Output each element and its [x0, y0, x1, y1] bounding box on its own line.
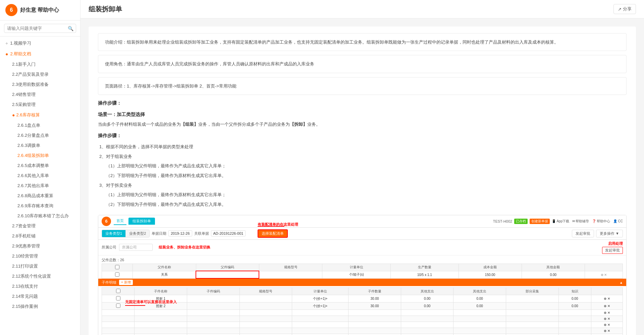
scenario1-desc: 当由多个子件材料组装成一个成品的业务为【组装】业务，当由一个父件拆分成多个子产品… [98, 120, 627, 129]
logo-icon: 6 [5, 4, 17, 16]
sidebar-item-25[interactable]: 2.5采购管理 [0, 100, 80, 110]
sidebar-item-265[interactable]: 2.6.5成本调整单 [0, 161, 80, 171]
scenario1-title: 场景一：加工类型选择 [98, 112, 627, 118]
share-button[interactable]: ↗ 分享 [613, 4, 636, 14]
th-qty: 生产数量 [391, 264, 459, 271]
th-other: 其他金额 [522, 264, 585, 271]
sim-divider-label: 子件明细 [102, 280, 116, 285]
sim-tab-active[interactable]: 组装拆卸单 [128, 218, 155, 225]
sidebar-item-22[interactable]: 2.2产品安装及登录 [0, 69, 80, 79]
lower-row-4: ⊕ ✕ [102, 316, 623, 322]
sidebar-item-21[interactable]: 2.1新手入门 [0, 59, 80, 69]
select-all-lower[interactable] [116, 289, 120, 293]
sim-sub-add[interactable]: + 新增 [119, 280, 133, 285]
app-title: 好生意 帮助中心 [20, 7, 59, 14]
collapse-icon: ● [5, 51, 8, 57]
lower-checkbox-1[interactable] [116, 296, 120, 300]
sidebar-item-269[interactable]: 2.6.9库存账本查询 [0, 201, 80, 211]
sim-choose-area: 有装配清单的在这里处理 选择装配清单 [258, 229, 288, 238]
sim-choose-btn[interactable]: 选择装配清单 [258, 229, 288, 238]
row-checkbox-1[interactable] [115, 272, 119, 277]
lower-row-6: ⊕ ✕ [102, 328, 623, 334]
sidebar-item-28[interactable]: 2.8手机旺铺 [0, 231, 80, 241]
sim-org-label: 所属公司 [102, 245, 116, 250]
th-parent-name: 父件名称 [133, 264, 196, 271]
sidebar-item-213[interactable]: 2.13在线支付 [0, 281, 80, 291]
sidebar-item-2610[interactable]: 2.6.10库存账本错了怎么办 [0, 211, 80, 221]
sim-org-input[interactable]: 所属公司 [119, 244, 153, 251]
intro-text-1: 功能介绍：组装拆卸单用来处理企业组装或拆卸等加工业务，支持有固定装配清单的产品加… [105, 40, 558, 45]
sim-divider: 子件明细 + 新增 ▲ [98, 279, 626, 286]
sidebar-item-23[interactable]: 2.3使用前数据准备 [0, 79, 80, 90]
search-button[interactable]: 🔍 [68, 26, 73, 31]
sim-ref-value: AD-20191226-001 [211, 230, 246, 236]
sidebar-item-262[interactable]: 2.6.2分量盘点单 [0, 130, 80, 141]
intro-text-2: 使用角色：通常由生产人员或库管人员完成拆装业务的操作，库管人员确认原材料的出库和… [105, 61, 314, 66]
th-unit: 计量单位 [322, 264, 391, 271]
sidebar-item-263[interactable]: 2.6.3调拨单 [0, 141, 80, 151]
content-wrapper: 功能介绍：组装拆卸单用来处理企业组装或拆卸等加工业务，支持有固定装配清单的产品加… [89, 26, 636, 335]
sim-topright: TEST-H002 已存档 创建新单据 📱 App下载 ✉ 帮助辅导 ❓ 帮助中… [493, 219, 623, 224]
sidebar-item-26[interactable]: ● 2.6库存核算 [0, 110, 80, 120]
sidebar-item-215[interactable]: 2.15操作案例 [0, 301, 80, 312]
lower-checkbox-2[interactable] [116, 303, 120, 308]
sim-icons-right: 📱 App下载 ✉ 帮助辅导 ❓ 帮助中心 👤 CC [552, 219, 623, 224]
th-spec: 规格型号 [259, 264, 322, 271]
ops-section: 操作步骤： 场景一：加工类型选择 当由多个子件材料组装成一个成品的业务为【组装】… [98, 100, 627, 335]
sidebar-item-268[interactable]: 2.6.8商品成本重算 [0, 191, 80, 201]
th-action-upper [585, 264, 623, 271]
sidebar-item-video[interactable]: + 1.视频学习 [0, 38, 80, 49]
row-delete-1[interactable]: ✕ [604, 273, 607, 277]
sidebar-item-27[interactable]: 2.7资金管理 [0, 221, 80, 231]
sim-lower-table-area: 无固定清单可以直接在这里录入 子件名称 子件编码 规格型号 [98, 286, 626, 335]
sim-enable-btn[interactable]: 发起审批 [602, 247, 623, 254]
row-action-1[interactable]: ⊕ [601, 273, 603, 277]
search-box: 🔍 [0, 20, 80, 37]
select-all-upper[interactable] [115, 265, 119, 269]
sidebar-item-docs[interactable]: ● 2.帮助文档 [0, 49, 80, 59]
sidebar-item-266[interactable]: 2.6.6其他入库单 [0, 171, 80, 181]
annot2-area: 组装业务、拆卸业务在这里切换 [159, 245, 210, 250]
sim-toolbar: 业务类型1 业务类型2 单据日期 2019-12-26 关联单据 AD-2019… [98, 228, 626, 240]
sidebar-item-212[interactable]: 2.12系统个性化设置 [0, 271, 80, 281]
main-header: 组装拆卸单 ↗ 分享 [80, 0, 644, 18]
main-area: 组装拆卸单 ↗ 分享 功能介绍：组装拆卸单用来处理企业组装或拆卸等加工业务，支持… [80, 0, 644, 335]
sidebar-item-29[interactable]: 2.9优惠券管理 [0, 241, 80, 251]
sim-collapse-icon[interactable]: ▲ [620, 281, 623, 284]
th-parent-code: 父件编码 [196, 264, 259, 271]
sim-new-tag: 创建新单据 [530, 219, 550, 224]
annotation-3: 启用处理 [608, 241, 623, 246]
step-3-2: （2）下部明细为子件明细，最终作为产成品生成其它入库单。 [99, 201, 627, 209]
lower-row-1: 照射 1 个(价+1)+ 30.00 0.00 0.00 0.00 [102, 295, 623, 302]
annotation-2: 组装业务、拆卸业务在这里切换 [159, 245, 210, 249]
sidebar-item-24[interactable]: 2.4销售管理 [0, 90, 80, 100]
annot-line-1 [258, 226, 284, 227]
annot3-area: 启用处理 发起审批 [602, 241, 623, 254]
content-area: 功能介绍：组装拆卸单用来处理企业组装或拆卸等加工业务，支持有固定装配清单的产品加… [80, 18, 644, 335]
sim-ref-label: 关联单据 [194, 231, 209, 236]
sim-type-btn-2[interactable]: 业务类型2 [125, 230, 149, 237]
step-2-2: （2）下部明细为子件明细，最终作为原材料生成其它出库单。 [99, 172, 627, 180]
sim-more-btn[interactable]: 更多操作 ▼ [596, 230, 623, 237]
sim-type-btn-1[interactable]: 业务类型1 [102, 230, 125, 237]
sidebar-item-267[interactable]: 2.6.7其他出库单 [0, 181, 80, 191]
sim-tab-home[interactable]: 首页 [114, 217, 126, 225]
nav-section: + 1.视频学习 ● 2.帮助文档 2.1新手入门 2.2产品安装及登录 2.3… [0, 37, 80, 313]
sidebar-item-214[interactable]: 2.14常见问题 [0, 291, 80, 301]
lower-row-2: 照射 2 个(价+1)+ 30.00 0.00 0.00 0.00 [102, 302, 623, 310]
steps-title: 操作步骤： [98, 133, 627, 139]
page-title: 组装拆卸单 [89, 5, 122, 14]
sidebar-item-210[interactable]: 2.10经营管理 [0, 251, 80, 261]
sim-status-tag: 已存档 [514, 219, 528, 224]
sidebar-header: 6 好生意 帮助中心 [0, 0, 80, 20]
sim-launch-btn[interactable]: 发起审批 [572, 230, 594, 237]
sim-upper-table: 父件名称 父件编码 规格型号 计量单位 生产数量 成本金额 其他金额 [102, 264, 623, 279]
intro-block-2: 使用角色：通常由生产人员或库管人员完成拆装业务的操作，库管人员确认原材料的出库和… [98, 55, 627, 73]
sidebar-item-264[interactable]: 2.6.4组装拆卸单 [0, 151, 80, 161]
steps-list: 1、根据不同的业务，选择不同单据的类型来处理 2、对于组装业务 （1）上部明细为… [98, 143, 627, 209]
sidebar-item-261[interactable]: 2.6.1盘点单 [0, 120, 80, 130]
search-input[interactable] [4, 24, 76, 33]
share-label: 分享 [623, 6, 632, 12]
annot4-area: 无固定清单可以直接在这里录入 [125, 299, 177, 306]
sidebar-item-211[interactable]: 2.11打印设置 [0, 261, 80, 271]
